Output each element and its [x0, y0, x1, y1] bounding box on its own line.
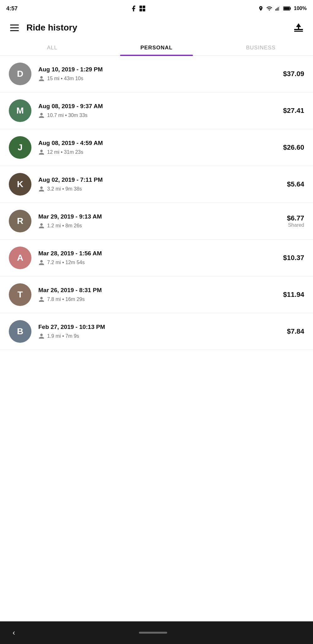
ride-date-8: Feb 27, 2019 - 10:13 PM — [38, 324, 276, 330]
signal-icon — [275, 6, 281, 11]
svg-rect-1 — [142, 6, 145, 8]
svg-rect-10 — [284, 7, 289, 10]
ge-icon — [139, 5, 146, 12]
ride-info-8: Feb 27, 2019 - 10:13 PM1.9 mi • 7m 9s — [38, 324, 276, 339]
facebook-icon — [130, 5, 137, 12]
ride-date-1: Aug 10, 2019 - 1:29 PM — [38, 66, 276, 73]
location-icon — [258, 6, 264, 11]
status-bar: 4:57 — [0, 0, 313, 16]
ride-item-5[interactable]: RMar 29, 2019 - 9:13 AM1.2 mi • 8m 26s$6… — [0, 203, 313, 240]
ride-distance-duration-8: 1.9 mi • 7m 9s — [47, 333, 79, 339]
ride-meta-1: 15 mi • 43m 10s — [38, 75, 276, 82]
ride-date-2: Aug 08, 2019 - 9:37 AM — [38, 103, 276, 110]
ride-avatar-1: D — [9, 63, 31, 85]
tab-all[interactable]: ALL — [0, 39, 104, 55]
ride-price-3: $26.60 — [276, 143, 304, 152]
ride-avatar-8: B — [9, 320, 31, 343]
tabs: ALL PERSONAL BUSINESS — [0, 39, 313, 56]
ride-item-1[interactable]: DAug 10, 2019 - 1:29 PM15 mi • 43m 10s$3… — [0, 56, 313, 92]
ride-info-5: Mar 29, 2019 - 9:13 AM1.2 mi • 8m 26s — [38, 213, 276, 229]
ride-item-6[interactable]: AMar 28, 2019 - 1:56 AM7.2 mi • 12m 54s$… — [0, 240, 313, 276]
ride-price-7: $11.94 — [276, 291, 304, 299]
svg-rect-9 — [290, 8, 291, 10]
header: Ride history — [0, 16, 313, 39]
page-title: Ride history — [26, 23, 293, 33]
ride-item-7[interactable]: TMar 26, 2019 - 8:31 PM7.8 mi • 16m 29s$… — [0, 276, 313, 313]
ride-shared-label-5: Shared — [276, 222, 304, 228]
status-icons — [130, 5, 146, 12]
ride-date-3: Aug 08, 2019 - 4:59 AM — [38, 140, 276, 147]
svg-rect-11 — [294, 29, 303, 30]
ride-item-4[interactable]: KAug 02, 2019 - 7:11 PM3.2 mi • 9m 38s$5… — [0, 166, 313, 203]
ride-distance-duration-6: 7.2 mi • 12m 54s — [47, 260, 85, 265]
upload-icon[interactable] — [293, 22, 304, 33]
battery-icon — [283, 6, 291, 11]
svg-rect-12 — [294, 31, 303, 32]
svg-rect-3 — [142, 9, 145, 11]
person-icon — [38, 223, 45, 229]
ride-meta-5: 1.2 mi • 8m 26s — [38, 223, 276, 229]
person-icon — [38, 259, 45, 266]
ride-info-6: Mar 28, 2019 - 1:56 AM7.2 mi • 12m 54s — [38, 250, 276, 266]
ride-distance-duration-1: 15 mi • 43m 10s — [47, 76, 83, 81]
status-right: 100% — [258, 5, 307, 12]
ride-meta-3: 12 mi • 31m 23s — [38, 149, 276, 155]
person-icon — [38, 75, 45, 82]
ride-date-7: Mar 26, 2019 - 8:31 PM — [38, 287, 276, 294]
back-button[interactable]: ‹ — [13, 628, 15, 637]
ride-price-6: $10.37 — [276, 254, 304, 262]
ride-avatar-5: R — [9, 210, 31, 232]
person-icon — [38, 333, 45, 339]
status-time: 4:57 — [6, 5, 18, 12]
ride-avatar-3: J — [9, 136, 31, 159]
svg-marker-13 — [296, 23, 301, 29]
ride-meta-6: 7.2 mi • 12m 54s — [38, 259, 276, 266]
ride-distance-duration-2: 10.7 mi • 30m 33s — [47, 113, 87, 118]
ride-price-2: $27.41 — [276, 107, 304, 115]
person-icon — [38, 186, 45, 192]
ride-date-6: Mar 28, 2019 - 1:56 AM — [38, 250, 276, 257]
ride-distance-duration-4: 3.2 mi • 9m 38s — [47, 186, 82, 192]
ride-date-5: Mar 29, 2019 - 9:13 AM — [38, 213, 276, 220]
ride-meta-7: 7.8 mi • 16m 29s — [38, 296, 276, 303]
hamburger-menu[interactable] — [9, 23, 20, 32]
ride-info-2: Aug 08, 2019 - 9:37 AM10.7 mi • 30m 33s — [38, 103, 276, 119]
ride-item-3[interactable]: JAug 08, 2019 - 4:59 AM12 mi • 31m 23s$2… — [0, 129, 313, 166]
ride-item-2[interactable]: MAug 08, 2019 - 9:37 AM10.7 mi • 30m 33s… — [0, 92, 313, 129]
ride-list: DAug 10, 2019 - 1:29 PM15 mi • 43m 10s$3… — [0, 56, 313, 350]
bottom-nav: ‹ — [0, 621, 313, 644]
svg-rect-6 — [278, 7, 278, 11]
ride-distance-duration-3: 12 mi • 31m 23s — [47, 149, 83, 155]
svg-rect-2 — [139, 9, 142, 11]
ride-date-4: Aug 02, 2019 - 7:11 PM — [38, 176, 276, 183]
ride-info-4: Aug 02, 2019 - 7:11 PM3.2 mi • 9m 38s — [38, 176, 276, 192]
ride-meta-2: 10.7 mi • 30m 33s — [38, 112, 276, 119]
ride-distance-duration-5: 1.2 mi • 8m 26s — [47, 223, 82, 229]
svg-rect-5 — [277, 8, 277, 11]
ride-info-3: Aug 08, 2019 - 4:59 AM12 mi • 31m 23s — [38, 140, 276, 155]
ride-meta-4: 3.2 mi • 9m 38s — [38, 186, 276, 192]
ride-item-8[interactable]: BFeb 27, 2019 - 10:13 PM1.9 mi • 7m 9s$7… — [0, 313, 313, 350]
ride-price-8: $7.84 — [276, 327, 304, 336]
ride-price-1: $37.09 — [276, 70, 304, 78]
ride-info-1: Aug 10, 2019 - 1:29 PM15 mi • 43m 10s — [38, 66, 276, 82]
person-icon — [38, 149, 45, 155]
tab-personal[interactable]: PERSONAL — [104, 39, 209, 55]
ride-distance-duration-7: 7.8 mi • 16m 29s — [47, 297, 85, 302]
ride-price-5: $6.77Shared — [276, 214, 304, 228]
ride-avatar-7: T — [9, 283, 31, 306]
ride-avatar-6: A — [9, 247, 31, 269]
ride-avatar-4: K — [9, 173, 31, 196]
battery-percent: 100% — [294, 6, 307, 11]
ride-info-7: Mar 26, 2019 - 8:31 PM7.8 mi • 16m 29s — [38, 287, 276, 303]
ride-price-4: $5.64 — [276, 180, 304, 188]
svg-rect-7 — [279, 6, 280, 11]
home-indicator[interactable] — [139, 632, 167, 634]
svg-rect-4 — [276, 9, 276, 11]
svg-rect-0 — [139, 6, 142, 8]
tab-business[interactable]: BUSINESS — [209, 39, 313, 55]
wifi-icon — [266, 5, 272, 12]
ride-meta-8: 1.9 mi • 7m 9s — [38, 333, 276, 339]
ride-avatar-2: M — [9, 99, 31, 122]
person-icon — [38, 296, 45, 303]
